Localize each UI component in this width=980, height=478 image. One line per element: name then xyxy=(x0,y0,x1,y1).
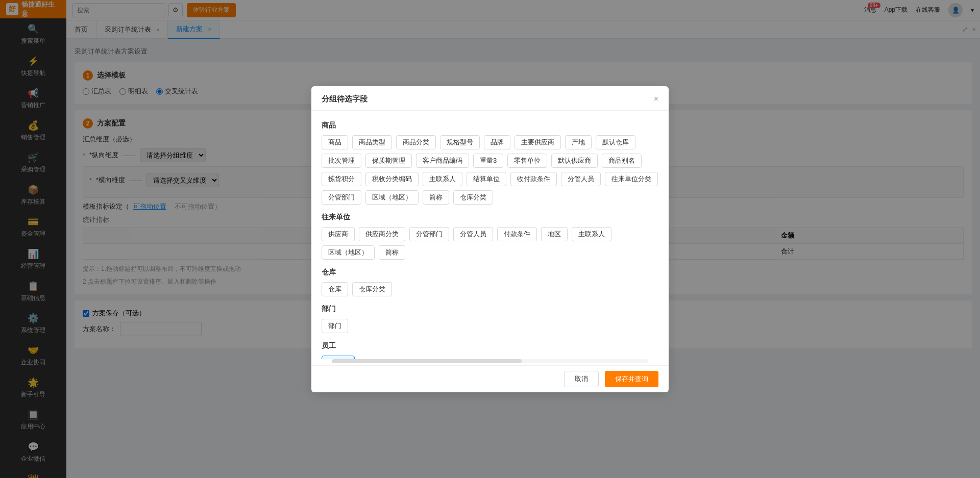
h-scrollbar-container xyxy=(311,359,669,365)
field-tag-retail-unit[interactable]: 零售单位 xyxy=(507,154,547,168)
field-tag-product[interactable]: 商品 xyxy=(322,135,348,149)
field-tag-region[interactable]: 区域（地区） xyxy=(365,190,419,205)
field-tag-partner-dept[interactable]: 分管部门 xyxy=(409,227,449,241)
field-tag-supplier-cat[interactable]: 供应商分类 xyxy=(359,227,405,241)
field-tag-product-category[interactable]: 商品分类 xyxy=(396,135,436,149)
field-tag-partner-contact[interactable]: 主联系人 xyxy=(572,227,611,241)
field-tags-warehouse: 仓库 仓库分类 xyxy=(322,282,658,296)
field-tags-product: 商品 商品类型 商品分类 规格型号 品牌 主要供应商 产地 默认仓库 批次管理 … xyxy=(322,135,658,205)
field-tag-main-supplier[interactable]: 主要供应商 xyxy=(514,135,561,149)
field-tag-origin[interactable]: 产地 xyxy=(565,135,592,149)
field-tag-supplier[interactable]: 供应商 xyxy=(322,227,355,241)
field-tag-main-contact[interactable]: 主联系人 xyxy=(423,172,462,186)
confirm-button[interactable]: 保存并查询 xyxy=(605,371,658,387)
modal-title: 分组待选字段 xyxy=(322,94,368,104)
field-tags-department: 部门 xyxy=(322,319,658,333)
field-tag-partner-short[interactable]: 简称 xyxy=(379,245,405,260)
field-tag-default-warehouse[interactable]: 默认仓库 xyxy=(596,135,635,149)
field-tag-dept[interactable]: 分管部门 xyxy=(322,190,361,205)
section-title-department: 部门 xyxy=(322,305,658,314)
section-title-warehouse: 仓库 xyxy=(322,268,658,277)
field-select-modal: 分组待选字段 × 商品 商品 商品类型 商品分类 规格型号 品牌 主要供应商 产… xyxy=(311,86,669,392)
h-scrollbar-thumb xyxy=(332,359,522,363)
h-scrollbar[interactable] xyxy=(332,359,648,363)
field-tag-partner-manager[interactable]: 分管人员 xyxy=(453,227,493,241)
field-tag-settle-unit[interactable]: 结算单位 xyxy=(467,172,506,186)
modal-body: 商品 商品 商品类型 商品分类 规格型号 品牌 主要供应商 产地 默认仓库 批次… xyxy=(311,111,669,359)
field-tag-tax-code[interactable]: 税收分类编码 xyxy=(365,172,419,186)
field-tag-weight[interactable]: 重量3 xyxy=(473,154,503,168)
field-tag-quality-mgmt[interactable]: 保质期管理 xyxy=(365,154,412,168)
section-title-employee: 员工 xyxy=(322,341,658,350)
field-tag-area[interactable]: 地区 xyxy=(541,227,568,241)
field-tag-department[interactable]: 部门 xyxy=(322,319,348,333)
field-tag-salesperson[interactable]: 业务员 xyxy=(322,356,355,359)
field-tag-wh-cat[interactable]: 仓库分类 xyxy=(352,282,392,296)
field-tag-wh[interactable]: 仓库 xyxy=(322,282,348,296)
section-title-partner: 往来单位 xyxy=(322,213,658,222)
cancel-button[interactable]: 取消 xyxy=(564,371,599,387)
modal-overlay: 分组待选字段 × 商品 商品 商品类型 商品分类 规格型号 品牌 主要供应商 产… xyxy=(0,0,980,478)
modal-close-button[interactable]: × xyxy=(654,94,658,104)
field-tag-manager[interactable]: 分管人员 xyxy=(561,172,601,186)
field-tag-product-type[interactable]: 商品类型 xyxy=(352,135,392,149)
field-tag-batch-mgmt[interactable]: 批次管理 xyxy=(322,154,361,168)
modal-footer: 取消 保存并查询 xyxy=(311,365,669,392)
field-tag-pick-points[interactable]: 拣货积分 xyxy=(322,172,361,186)
field-tag-partner-category[interactable]: 往来单位分类 xyxy=(605,172,658,186)
field-tag-partner-region[interactable]: 区域（地区） xyxy=(322,245,375,260)
field-tags-partner: 供应商 供应商分类 分管部门 分管人员 付款条件 地区 主联系人 区域（地区） … xyxy=(322,227,658,260)
section-title-product: 商品 xyxy=(322,121,658,130)
modal-header: 分组待选字段 × xyxy=(311,86,669,111)
field-tag-brand[interactable]: 品牌 xyxy=(484,135,510,149)
field-tag-short-name[interactable]: 简称 xyxy=(423,190,449,205)
field-tag-alias[interactable]: 商品别名 xyxy=(602,154,642,168)
field-tag-payment-terms[interactable]: 收付款条件 xyxy=(510,172,557,186)
field-tag-default-supplier[interactable]: 默认供应商 xyxy=(551,154,598,168)
field-tag-payment-cond[interactable]: 付款条件 xyxy=(497,227,537,241)
field-tags-employee: 业务员 xyxy=(322,356,658,359)
field-tag-spec-model[interactable]: 规格型号 xyxy=(440,135,480,149)
field-tag-customer-code[interactable]: 客户商品编码 xyxy=(416,154,469,168)
field-tag-warehouse-cat[interactable]: 仓库分类 xyxy=(453,190,493,205)
